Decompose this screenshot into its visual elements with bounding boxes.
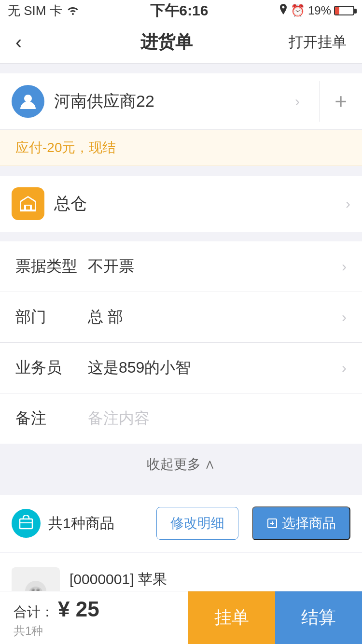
warehouse-chevron-icon: › — [346, 196, 350, 212]
bottom-bar: 合计： ¥ 25 共1种 挂单 结算 — [0, 591, 362, 644]
warehouse-section[interactable]: 总仓 › — [0, 176, 362, 232]
collapse-label: 收起更多 ∧ — [147, 455, 216, 474]
invoice-type-label: 票据类型 — [15, 256, 78, 277]
checkout-button[interactable]: 结算 — [275, 591, 362, 644]
select-product-button[interactable]: 选择商品 — [252, 506, 350, 540]
product-name: [0000001] 苹果 — [70, 570, 322, 589]
product-title: 苹果 — [138, 571, 167, 587]
remark-placeholder: 备注内容 — [78, 408, 347, 429]
location-icon — [279, 4, 288, 17]
department-chevron-icon: › — [342, 309, 347, 325]
status-time: 下午6:16 — [150, 1, 208, 21]
collapse-button[interactable]: 收起更多 ∧ — [0, 444, 362, 485]
svg-point-0 — [24, 95, 32, 102]
salesperson-value: 这是859的小智 — [78, 357, 342, 378]
total-amount: ¥ 25 — [58, 597, 99, 621]
alarm-icon: ⏰ — [291, 4, 305, 17]
supplier-name: 河南供应商22 — [54, 90, 285, 112]
carrier-label: 无 SIM 卡 — [8, 2, 62, 19]
warehouse-icon — [12, 187, 44, 220]
form-section: 票据类型 不开票 › 部门 总 部 › 业务员 这是859的小智 › 备注 备注… — [0, 241, 362, 444]
gap-4 — [0, 485, 362, 495]
remark-row[interactable]: 备注 备注内容 — [0, 393, 362, 444]
total-section: 合计： ¥ 25 共1种 — [0, 591, 188, 644]
status-bar: 无 SIM 卡 下午6:16 ⏰ 19% — [0, 0, 362, 21]
total-row: 合计： ¥ 25 — [14, 597, 175, 621]
gap-3 — [0, 232, 362, 241]
products-icon — [12, 509, 41, 538]
back-button[interactable]: ‹ — [15, 31, 44, 53]
add-supplier-button[interactable]: + — [320, 73, 362, 129]
battery-icon — [334, 6, 354, 15]
products-count: 共1种商品 — [48, 514, 149, 533]
supplier-avatar — [12, 85, 44, 118]
invoice-type-chevron-icon: › — [342, 258, 347, 275]
invoice-type-value: 不开票 — [78, 256, 342, 277]
salesperson-label: 业务员 — [15, 357, 78, 378]
invoice-type-row[interactable]: 票据类型 不开票 › — [0, 241, 362, 292]
status-right: ⏰ 19% — [279, 4, 354, 17]
gap-2 — [0, 166, 362, 176]
hold-button[interactable]: 挂单 — [188, 591, 275, 644]
salesperson-chevron-icon: › — [342, 360, 347, 376]
warehouse-name: 总仓 — [54, 193, 336, 215]
department-value: 总 部 — [78, 307, 342, 328]
products-header: 共1种商品 修改明细 选择商品 — [0, 495, 362, 552]
svg-rect-1 — [20, 519, 32, 529]
total-label: 合计： — [14, 603, 54, 621]
alert-banner: 应付-20元，现结 — [0, 130, 362, 166]
alert-text: 应付-20元，现结 — [15, 140, 116, 155]
wifi-icon — [66, 3, 80, 18]
edit-detail-button[interactable]: 修改明细 — [156, 507, 238, 540]
supplier-chevron-icon: › — [295, 93, 300, 110]
department-label: 部门 — [15, 307, 78, 328]
department-row[interactable]: 部门 总 部 › — [0, 292, 362, 343]
select-product-label: 选择商品 — [282, 514, 336, 532]
product-code: [0000001] — [70, 571, 138, 587]
gap-1 — [0, 64, 362, 73]
remark-label: 备注 — [15, 408, 78, 429]
supplier-section: 河南供应商22 › + — [0, 73, 362, 130]
battery-percent: 19% — [308, 4, 331, 17]
supplier-selector[interactable]: 河南供应商22 › — [0, 73, 319, 129]
page-title: 进货单 — [140, 30, 193, 54]
open-hold-button[interactable]: 打开挂单 — [289, 32, 347, 52]
nav-bar: ‹ 进货单 打开挂单 — [0, 21, 362, 64]
status-left: 无 SIM 卡 — [8, 2, 80, 19]
total-sub: 共1种 — [14, 623, 175, 639]
salesperson-row[interactable]: 业务员 这是859的小智 › — [0, 343, 362, 393]
